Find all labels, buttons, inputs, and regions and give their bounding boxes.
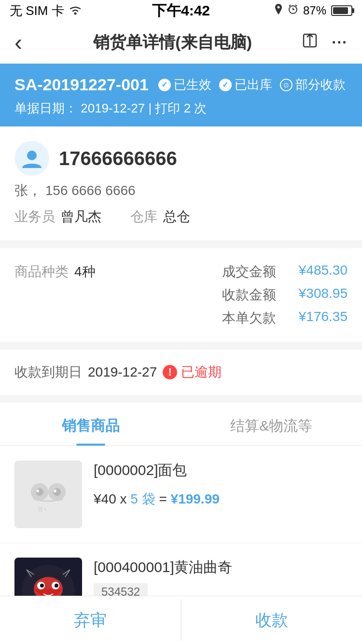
svg-point-4 [27, 151, 37, 160]
due-label: 收款到期日 [14, 363, 82, 381]
deal-amount: ¥485.30 [299, 263, 348, 281]
status-left: 无 SIM 卡 [10, 2, 83, 19]
nav-actions: ··· [302, 32, 348, 53]
tab-products[interactable]: 销售商品 [0, 403, 181, 446]
category-value: 4种 [74, 263, 96, 281]
product-price-row-1: ¥40 x 5 袋 = ¥199.99 [94, 490, 348, 508]
nav-bar: ‹ 销货单详情(来自电脑) ··· [0, 21, 362, 64]
unit-1: 袋 [142, 491, 155, 506]
collected-row: 收款金额 ¥308.95 [222, 286, 348, 304]
badges-row: ✓ 已生效 ✓ 已出库 ⊙ 部分收款 [158, 76, 346, 93]
tabs-section: 销售商品 结算&物流等 [0, 403, 362, 446]
overdue-badge: ! 已逾期 [163, 363, 222, 381]
alarm-icon [288, 4, 298, 17]
deal-amount-row: 成交金额 ¥485.30 [222, 263, 348, 281]
badge-activated: ✓ 已生效 [158, 76, 211, 93]
overdue-dot: ! [163, 365, 177, 379]
product-item-1: 兽+ [0000002]面包 ¥40 x 5 袋 = ¥199.99 [0, 446, 362, 543]
order-date: 2019-12-27 [81, 101, 145, 115]
order-id: SA-20191227-001 [14, 75, 149, 94]
check-circle-2: ✓ [219, 79, 232, 91]
customer-name-row: 张， 156 6666 6666 [14, 182, 348, 200]
bottom-bar: 弃审 收款 [0, 596, 362, 644]
badge-shipped: ✓ 已出库 [219, 76, 272, 93]
header-banner: SA-20191227-001 ✓ 已生效 ✓ 已出库 ⊙ 部分收款 [0, 64, 362, 126]
status-right: 87% [274, 3, 352, 18]
battery-text: 87% [303, 4, 326, 17]
collected-amount: ¥308.95 [299, 286, 348, 304]
back-icon: ‹ [14, 29, 22, 55]
owed-row: 本单欠款 ¥176.35 [222, 309, 348, 327]
collected-label: 收款金额 [222, 286, 276, 304]
customer-phone: 17666666666 [59, 148, 177, 169]
badge-partial: ⊙ 部分收款 [280, 76, 346, 93]
svg-point-10 [54, 490, 56, 492]
svg-point-0 [74, 12, 76, 14]
customer-section: 17666666666 张， 156 6666 6666 业务员 曾凡杰 仓库 … [0, 126, 362, 240]
owed-amount: ¥176.35 [299, 309, 348, 327]
battery-icon [331, 5, 352, 16]
date-label: 单据日期： [14, 101, 77, 115]
customer-alt-phone: 156 6666 6666 [45, 183, 136, 198]
due-date-section: 收款到期日 2019-12-27 ! 已逾期 [0, 350, 362, 395]
divider-3 [0, 395, 362, 403]
tab-settlement[interactable]: 结算&物流等 [181, 403, 362, 446]
more-icon[interactable]: ··· [332, 33, 348, 51]
total-1: ¥199.99 [171, 491, 220, 506]
warehouse-label: 仓库 [130, 208, 157, 226]
svg-point-17 [55, 584, 58, 588]
collect-payment-button[interactable]: 收款 [181, 600, 362, 641]
avatar [14, 141, 49, 176]
product-name-2: [000400001]黄油曲奇 [94, 558, 348, 577]
deal-label: 成交金额 [222, 263, 276, 281]
meta-sales: 业务员 曾凡杰 [14, 208, 101, 226]
divider-1 [0, 240, 362, 248]
cancel-review-button[interactable]: 弃审 [0, 600, 181, 641]
product-info-1: [0000002]面包 ¥40 x 5 袋 = ¥199.99 [94, 461, 348, 508]
share-icon[interactable] [302, 32, 318, 53]
check-circle-1: ✓ [158, 79, 171, 91]
back-button[interactable]: ‹ [14, 31, 43, 54]
qty-1: 5 [130, 491, 138, 506]
print-info: | 打印 2 次 [148, 101, 207, 115]
category-info: 商品种类 4种 [14, 263, 96, 281]
tabs-row: 销售商品 结算&物流等 [0, 403, 362, 446]
due-date: 2019-12-27 [88, 364, 157, 380]
product-thumb-1: 兽+ [14, 461, 82, 528]
status-bar: 无 SIM 卡 下午4:42 87% [0, 0, 362, 21]
owed-label: 本单欠款 [222, 309, 276, 327]
banner-date-row: 单据日期： 2019-12-27 | 打印 2 次 [14, 100, 348, 117]
status-time: 下午4:42 [152, 1, 210, 21]
wifi-icon [68, 3, 83, 18]
sales-label: 业务员 [14, 208, 55, 226]
category-label: 商品种类 [14, 263, 69, 281]
clock-circle: ⊙ [280, 79, 292, 91]
svg-point-1 [277, 6, 279, 9]
overdue-text: 已逾期 [181, 363, 222, 381]
summary-section: 商品种类 4种 成交金额 ¥485.30 收款金额 ¥308.95 本单欠款 ¥… [0, 248, 362, 342]
divider-2 [0, 342, 362, 350]
nav-title: 销货单详情(来自电脑) [93, 31, 252, 54]
customer-meta: 业务员 曾凡杰 仓库 总仓 [14, 208, 348, 226]
summary-row: 商品种类 4种 成交金额 ¥485.30 收款金额 ¥308.95 本单欠款 ¥… [14, 263, 348, 327]
warehouse-name: 总仓 [163, 208, 190, 226]
price-1: ¥40 [94, 491, 116, 506]
location-icon [274, 3, 283, 18]
sales-name: 曾凡杰 [61, 208, 101, 226]
carrier-text: 无 SIM 卡 [10, 2, 64, 19]
customer-name: 张， [14, 183, 42, 198]
svg-point-9 [36, 490, 39, 492]
amounts-col: 成交金额 ¥485.30 收款金额 ¥308.95 本单欠款 ¥176.35 [222, 263, 348, 327]
customer-top-row: 17666666666 [14, 141, 348, 176]
svg-point-16 [40, 584, 44, 588]
svg-text:兽+: 兽+ [38, 506, 47, 513]
banner-top-row: SA-20191227-001 ✓ 已生效 ✓ 已出库 ⊙ 部分收款 [14, 75, 348, 94]
meta-warehouse: 仓库 总仓 [130, 208, 190, 226]
product-name-1: [0000002]面包 [94, 461, 348, 480]
